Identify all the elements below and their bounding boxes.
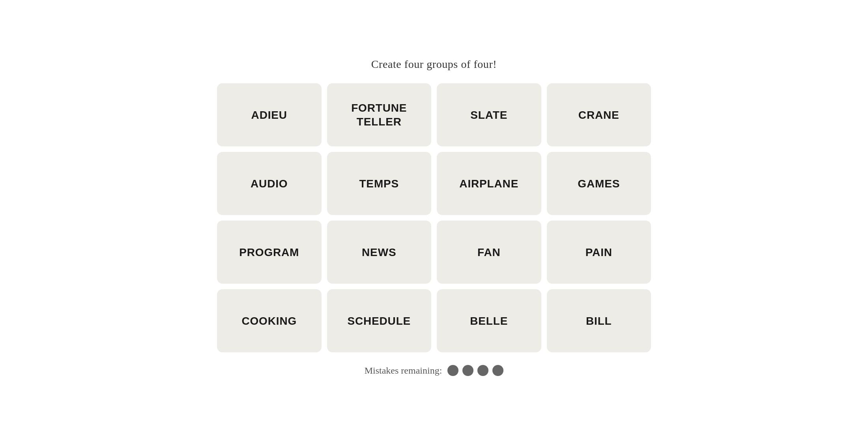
game-container: Create four groups of four! ADIEUFORTUNE… bbox=[217, 58, 651, 376]
tile-temps[interactable]: TEMPS bbox=[327, 152, 432, 215]
tile-label-slate: SLATE bbox=[470, 108, 507, 122]
tile-bill[interactable]: BILL bbox=[547, 289, 651, 352]
tile-games[interactable]: GAMES bbox=[547, 152, 651, 215]
tile-cooking[interactable]: COOKING bbox=[217, 289, 322, 352]
tile-label-news: NEWS bbox=[362, 245, 396, 259]
tile-label-audio: AUDIO bbox=[251, 177, 288, 191]
tile-program[interactable]: PROGRAM bbox=[217, 221, 322, 284]
tile-label-fan: FAN bbox=[477, 245, 501, 259]
mistake-dot-3 bbox=[477, 365, 488, 376]
tile-label-adieu: ADIEU bbox=[251, 108, 287, 122]
tile-label-bill: BILL bbox=[586, 314, 612, 328]
tile-label-pain: PAIN bbox=[586, 245, 612, 259]
tile-label-temps: TEMPS bbox=[359, 177, 399, 191]
tile-grid: ADIEUFORTUNE TELLERSLATECRANEAUDIOTEMPSA… bbox=[217, 83, 651, 352]
mistake-dot-2 bbox=[462, 365, 473, 376]
tile-audio[interactable]: AUDIO bbox=[217, 152, 322, 215]
tile-pain[interactable]: PAIN bbox=[547, 221, 651, 284]
tile-adieu[interactable]: ADIEU bbox=[217, 83, 322, 146]
mistakes-section: Mistakes remaining: bbox=[365, 365, 504, 376]
tile-label-games: GAMES bbox=[578, 177, 620, 191]
tile-belle[interactable]: BELLE bbox=[437, 289, 541, 352]
tile-schedule[interactable]: SCHEDULE bbox=[327, 289, 432, 352]
tile-slate[interactable]: SLATE bbox=[437, 83, 541, 146]
tile-news[interactable]: NEWS bbox=[327, 221, 432, 284]
tile-label-airplane: AIRPLANE bbox=[459, 177, 518, 191]
tile-fan[interactable]: FAN bbox=[437, 221, 541, 284]
tile-label-fortune-teller: FORTUNE TELLER bbox=[333, 101, 425, 129]
tile-fortune-teller[interactable]: FORTUNE TELLER bbox=[327, 83, 432, 146]
tile-label-belle: BELLE bbox=[470, 314, 508, 328]
subtitle: Create four groups of four! bbox=[371, 58, 497, 71]
tile-label-schedule: SCHEDULE bbox=[347, 314, 411, 328]
tile-airplane[interactable]: AIRPLANE bbox=[437, 152, 541, 215]
tile-label-crane: CRANE bbox=[578, 108, 619, 122]
tile-label-cooking: COOKING bbox=[241, 314, 297, 328]
mistakes-dots bbox=[447, 365, 503, 376]
mistakes-label: Mistakes remaining: bbox=[365, 365, 442, 376]
mistake-dot-1 bbox=[447, 365, 458, 376]
tile-crane[interactable]: CRANE bbox=[547, 83, 651, 146]
tile-label-program: PROGRAM bbox=[239, 245, 299, 259]
mistake-dot-4 bbox=[492, 365, 503, 376]
